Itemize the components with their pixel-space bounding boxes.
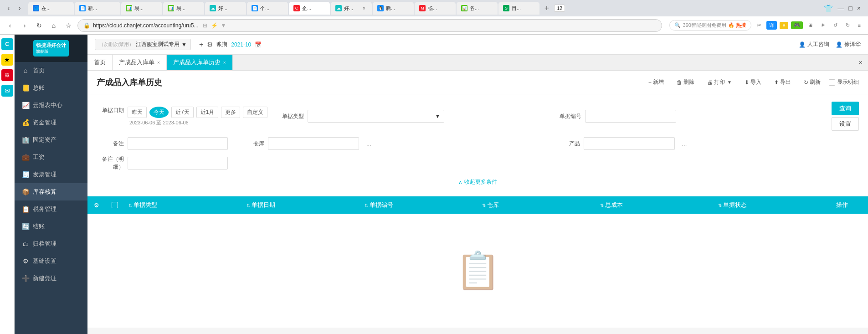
new-btn[interactable]: + 新增 (644, 76, 668, 88)
product-dots[interactable]: ... (678, 140, 691, 147)
th-date[interactable]: ⇅ 单据日期 (242, 201, 360, 209)
page-tab-list[interactable]: 产成品入库单 × (113, 55, 167, 70)
game-icon[interactable]: 🎮 (791, 21, 803, 29)
bookmark-btn[interactable]: ☆ (63, 20, 74, 31)
warehouse-dots[interactable]: ... (363, 140, 375, 147)
th-checkbox[interactable] (106, 202, 124, 208)
user-avatar[interactable]: 👤 徐泽华 (836, 41, 861, 48)
detail-remark-input[interactable] (128, 157, 228, 170)
th-warehouse[interactable]: ⇅ 仓库 (478, 201, 596, 209)
calendar-icon[interactable]: 📅 (255, 41, 262, 48)
redo-icon[interactable]: ↻ (843, 21, 853, 30)
th-cost[interactable]: ⇅ 总成本 (596, 201, 714, 209)
home-btn[interactable]: ⌂ (48, 20, 59, 31)
delete-btn[interactable]: 🗑 删除 (672, 76, 699, 88)
grid-btn[interactable]: ⊞ (203, 22, 207, 29)
sidebar-item-report-center[interactable]: 📈 云报表中心 (15, 97, 87, 114)
browser-tab-4[interactable]: 📊 易... (163, 2, 204, 15)
browser-tab-10[interactable]: M 畅... (415, 2, 456, 15)
browser-tab-7[interactable]: C 企... (289, 2, 330, 15)
close-btn[interactable]: × (857, 5, 861, 12)
forward-btn[interactable]: › (19, 20, 30, 31)
page-tab-list-close[interactable]: × (157, 60, 160, 65)
new-tab-button[interactable]: + (540, 2, 553, 15)
show-detail-checkbox[interactable]: 显示明细 (829, 78, 859, 86)
th-voucher-type[interactable]: ⇅ 单据类型 (124, 201, 242, 209)
close-panel-btn[interactable]: × (853, 59, 868, 66)
today-btn[interactable]: 今天 (149, 107, 169, 118)
refresh-page-btn[interactable]: ↻ 刷新 (799, 76, 825, 88)
browser-tab-1[interactable]: 🌐 在... (28, 2, 74, 15)
collapse-btn[interactable]: ∧ 收起更多条件 (456, 175, 500, 189)
product-input[interactable] (584, 137, 675, 150)
menu-icon[interactable]: ≡ (855, 21, 863, 30)
sidebar-item-invoice-mgmt[interactable]: 🧾 发票管理 (15, 166, 87, 183)
th-status[interactable]: ⇅ 单据状态 (714, 201, 832, 209)
maximize-btn[interactable]: □ (848, 5, 852, 12)
browser-tab-6[interactable]: 📄 个... (247, 2, 288, 15)
browser-tab-9[interactable]: 🐧 腾... (373, 2, 414, 15)
th-number[interactable]: ⇅ 单据编号 (360, 201, 478, 209)
browser-tab-3[interactable]: 📊 易... (121, 2, 162, 15)
minimize-btn[interactable]: — (837, 5, 844, 12)
mail-ext-icon[interactable]: ✉ (1, 85, 13, 97)
theme-icon[interactable]: ☀ (818, 21, 828, 30)
sidebar-item-home[interactable]: ⌂ 首页 (15, 62, 87, 79)
print-dropdown-icon[interactable]: ▼ (727, 80, 732, 85)
browser-forward-btn[interactable]: › (15, 3, 25, 13)
add-company-btn[interactable]: + (199, 41, 203, 49)
more-btn[interactable]: 更多 (221, 107, 240, 118)
settings-filter-btn[interactable]: 设置 (832, 117, 859, 131)
browser-tab-11[interactable]: 📊 各... (457, 2, 498, 15)
export-btn[interactable]: ⬆ 导出 (770, 76, 796, 88)
star-ext-icon[interactable]: ★ (1, 54, 13, 66)
topbar-settings-btn[interactable]: ⚙ (207, 41, 213, 49)
translate-icon[interactable]: 译 (766, 21, 777, 30)
sidebar-item-tax-mgmt[interactable]: 📋 税务管理 (15, 200, 87, 218)
page-tab-history[interactable]: 产成品入库单历史 × (167, 55, 233, 70)
sidebar-item-inventory[interactable]: 📦 库存核算 (15, 183, 87, 200)
grid-toolbar-icon[interactable]: ⊞ (806, 21, 815, 30)
th-gear[interactable]: ⚙ (87, 202, 106, 209)
address-input-field[interactable]: 🔒 https://cloud.chanjet.com/accounting/u… (77, 19, 662, 32)
page-tab-home[interactable]: 首页 (87, 55, 113, 70)
warehouse-input[interactable] (268, 137, 359, 150)
remark-input[interactable] (128, 137, 228, 150)
voucher-type-select[interactable]: ▼ (308, 110, 444, 123)
sidebar-item-basic-settings[interactable]: ⚙ 基础设置 (15, 252, 87, 270)
voucher-number-input[interactable] (585, 110, 676, 123)
refresh-btn[interactable]: ↻ (34, 20, 45, 31)
service-btn[interactable]: 👤 人工咨询 (799, 41, 829, 48)
import-btn[interactable]: ⬇ 导入 (740, 76, 766, 88)
undo-icon[interactable]: ↺ (831, 21, 840, 30)
address-dropdown-btn[interactable]: ▼ (221, 22, 226, 29)
sidebar-item-archive-mgmt[interactable]: 🗂 归档管理 (15, 235, 87, 252)
yuan-icon[interactable]: ¥ (780, 22, 788, 29)
browser-tab-12[interactable]: S 目... (498, 2, 539, 15)
yesterday-btn[interactable]: 昨天 (128, 107, 147, 118)
browser-back-btn[interactable]: ‹ (4, 3, 14, 13)
sidebar-item-payroll[interactable]: 💼 工资 (15, 149, 87, 166)
custom-btn[interactable]: 自定义 (243, 107, 267, 118)
company-selector[interactable]: （勿删勿禁用） 江西服宝测试专用 ▼ (95, 39, 191, 50)
sidebar-item-general-ledger[interactable]: 📒 总账 (15, 79, 87, 97)
browser-tab-5[interactable]: ☁ 好... (205, 2, 246, 15)
search-box[interactable]: 🔍 360智能抠图免费用 🔥 热搜 (669, 20, 751, 31)
scissor-translate-icon[interactable]: ✂ (754, 21, 764, 30)
weibo-icon[interactable]: 微 (1, 69, 13, 81)
sidebar-item-fund-mgmt[interactable]: 💰 资金管理 (15, 114, 87, 131)
back-btn[interactable]: ‹ (5, 20, 15, 31)
page-tab-history-close[interactable]: × (223, 60, 226, 65)
browser-tab-2[interactable]: 📄 新... (75, 2, 120, 15)
chanjet-icon[interactable]: C (1, 38, 13, 50)
print-btn[interactable]: 🖨 打印 ▼ (703, 76, 736, 88)
sidebar-item-fixed-assets[interactable]: 🏢 固定资产 (15, 131, 87, 149)
query-btn[interactable]: 查询 (832, 102, 859, 115)
week-btn[interactable]: 近7天 (171, 107, 194, 118)
lightning-btn[interactable]: ⚡ (211, 22, 218, 29)
browser-tab-8[interactable]: ☁ 好... × (331, 2, 372, 15)
sidebar-item-new-voucher[interactable]: ➕ 新建凭证 (15, 270, 87, 287)
month-btn[interactable]: 近1月 (196, 107, 219, 118)
sidebar-item-settle[interactable]: 🔄 结账 (15, 218, 87, 235)
tab-8-close[interactable]: × (361, 5, 367, 11)
